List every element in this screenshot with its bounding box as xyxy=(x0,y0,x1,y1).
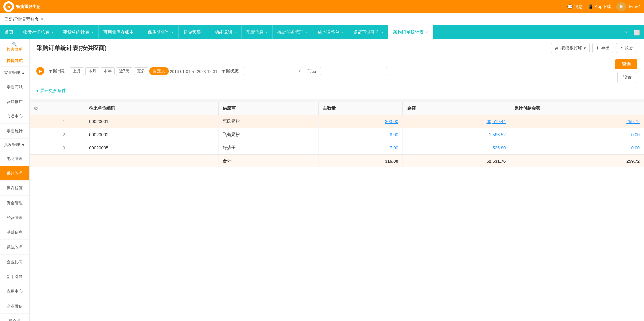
tab-close-icon[interactable]: × xyxy=(306,30,308,34)
print-icon: 🖨 xyxy=(555,46,559,51)
page-title: 采购订单统计表(按供应商) xyxy=(36,44,107,52)
table-body: 1 00020001 惠氏奶粉 303.00 60,519.44 259.72 … xyxy=(30,115,644,155)
tab-home[interactable]: 首页 xyxy=(0,25,18,39)
tab-overstock-alert[interactable]: 超储预警 × xyxy=(179,25,210,39)
sidebar-item-app-center[interactable]: 应用中心 xyxy=(0,284,29,299)
tab-close-icon[interactable]: × xyxy=(171,30,173,34)
cell-amount[interactable]: 525.80 xyxy=(402,141,510,155)
sidebar-item-purchase[interactable]: 采购管理 xyxy=(0,166,29,181)
goods-more-icon[interactable]: ··· xyxy=(391,68,395,74)
tab-close-icon[interactable]: × xyxy=(51,30,53,34)
sidebar-item-basic-info[interactable]: 基础信息 xyxy=(0,225,29,240)
goods-input[interactable] xyxy=(320,67,387,75)
export-button[interactable]: ⬇ 导出 xyxy=(592,43,613,53)
footer-paid-amount: 259.72 xyxy=(510,154,644,167)
sidebar-item-stock[interactable]: 库存核算 xyxy=(0,181,29,196)
nav-tabs: 首页 收发存汇总表 × 要货单统计表 × 可用量库存账本 × 保质期查询 × 超… xyxy=(0,25,644,39)
sidebar-item-enterprise-wechat[interactable]: 企业微信 xyxy=(0,299,29,314)
expand-icon: ▾ xyxy=(36,88,39,93)
table-row[interactable]: 3 00020005 好孩子 7.00 525.80 0.00 xyxy=(30,141,644,155)
search-icon: 🔍 xyxy=(12,42,17,47)
sidebar-item-member[interactable]: 会员中心 xyxy=(0,109,29,124)
tab-purchase-stats[interactable]: 采购订单统计表 × xyxy=(388,25,433,39)
footer-main-qty: 316.00 xyxy=(318,154,402,167)
svg-text:好: 好 xyxy=(7,5,11,9)
date-custom-btn[interactable]: 自定义 xyxy=(149,67,169,75)
date-last-month-btn[interactable]: 上月 xyxy=(70,67,84,75)
gear-icon: ⚙ xyxy=(34,106,38,111)
tab-close-icon[interactable]: × xyxy=(381,30,383,34)
table-row[interactable]: 1 00020001 惠氏奶粉 303.00 60,519.44 259.72 xyxy=(30,115,644,128)
message-icon: 💬 xyxy=(567,4,573,9)
tab-close-icon[interactable]: × xyxy=(136,30,138,34)
tab-func-desc[interactable]: 功能说明 × xyxy=(210,25,241,39)
cell-main-qty[interactable]: 7.00 xyxy=(318,141,402,155)
cell-paid-amount[interactable]: 0.00 xyxy=(510,128,644,141)
close-window-btn[interactable]: × xyxy=(624,28,629,37)
date-range-display: 2016-01-01 至 2023-12-31 xyxy=(170,69,217,75)
cell-amount[interactable]: 1,586.52 xyxy=(402,128,510,141)
tab-close-icon[interactable]: × xyxy=(203,30,205,34)
user-avatar[interactable]: E demo2 xyxy=(616,2,641,11)
cell-main-qty[interactable]: 303.00 xyxy=(318,115,402,128)
sidebar-item-retail-mall[interactable]: 零售商城 xyxy=(0,79,29,94)
sidebar-item-finance[interactable]: 资金管理 xyxy=(0,196,29,210)
tab-invite-downstream[interactable]: 邀请下游客户 × xyxy=(348,25,388,39)
cell-unit-code: 00020005 xyxy=(85,141,219,155)
chevron-right-icon: ▶ xyxy=(39,68,42,74)
tab-requisition[interactable]: 要货单统计表 × xyxy=(58,25,98,39)
app-download-btn[interactable]: 📱 App下载 xyxy=(588,4,611,10)
sidebar-item-marketing[interactable]: 营销推广 xyxy=(0,94,29,109)
date-7days-btn[interactable]: 近7天 xyxy=(116,67,132,75)
footer-label: 合计 xyxy=(218,154,318,167)
restore-window-btn[interactable]: ⬜ xyxy=(632,28,641,37)
tab-close-icon[interactable]: × xyxy=(234,30,236,34)
status-label: 单据状态 xyxy=(221,68,239,74)
tab-expiry-query[interactable]: 保质期查询 × xyxy=(143,25,178,39)
tab-receive-send[interactable]: 收发存汇总表 × xyxy=(18,25,58,39)
col-header-main-qty: 主数量 xyxy=(318,102,402,115)
sidebar-item-operations[interactable]: 经营管理 xyxy=(0,210,29,225)
tab-close-icon[interactable]: × xyxy=(266,30,268,34)
sidebar-item-retail[interactable]: 零售管理 ▲ xyxy=(0,67,29,79)
sidebar-quick-nav[interactable]: 快捷导航 xyxy=(0,55,29,67)
date-more-btn[interactable]: 更多 xyxy=(134,67,148,75)
tab-close-icon[interactable]: × xyxy=(341,30,343,34)
col-header-settings[interactable]: ⚙ xyxy=(30,102,43,115)
print-button[interactable]: 🖨 按模板打印 ▾ xyxy=(551,43,590,53)
cell-supplier: 惠氏奶粉 xyxy=(218,115,318,128)
sidebar-item-system[interactable]: 系统管理 xyxy=(0,240,29,255)
status-select-wrapper xyxy=(243,67,303,75)
page-header: 采购订单统计表(按供应商) 🖨 按模板打印 ▾ ⬇ 导出 ↻ 刷新 xyxy=(30,39,644,56)
expand-more-btn[interactable]: ▾ 展开更多条件 xyxy=(36,88,637,94)
settings-button[interactable]: 设置 xyxy=(617,72,637,83)
message-btn[interactable]: 💬 消息 xyxy=(567,4,583,10)
cell-paid-amount[interactable]: 0.00 xyxy=(510,141,644,155)
refresh-button[interactable]: ↻ 刷新 xyxy=(616,43,637,53)
tab-close-icon[interactable]: × xyxy=(91,30,93,34)
tab-close-icon[interactable]: × xyxy=(426,30,428,34)
table-row[interactable]: 2 00020002 飞鹤奶粉 6.00 1,586.52 0.00 xyxy=(30,128,644,141)
tab-available-stock[interactable]: 可用量库存账本 × xyxy=(99,25,143,39)
tab-cost-adjust[interactable]: 成本调整单 × xyxy=(313,25,348,39)
sidebar-item-retail-stats[interactable]: 零售统计 xyxy=(0,124,29,139)
cell-paid-amount[interactable]: 259.72 xyxy=(510,115,644,128)
sidebar-item-ecommerce[interactable]: 电商管理 xyxy=(0,151,29,166)
sidebar-item-enterprise-collab[interactable]: 企业协同 xyxy=(0,255,29,269)
sidebar-search[interactable]: 🔍 搜索菜单 xyxy=(0,39,29,55)
date-this-month-btn[interactable]: 本月 xyxy=(85,67,99,75)
status-select[interactable] xyxy=(243,67,303,75)
cell-main-qty[interactable]: 6.00 xyxy=(318,128,402,141)
sidebar-item-new-guide[interactable]: 新手引导 xyxy=(0,269,29,284)
sidebar-item-vip-member[interactable]: 畅会员 xyxy=(0,314,29,321)
workspace-selector[interactable]: 母婴行业演示账套 ▾ xyxy=(4,16,43,22)
filter-collapse-button[interactable]: ▶ xyxy=(36,67,44,75)
filter-row-1: ▶ 单据日期 上月 本月 本年 近7天 更多 自定义 2016-01-01 至 … xyxy=(36,59,637,83)
tab-pick-task[interactable]: 拣货任务管理 × xyxy=(273,25,313,39)
cell-amount[interactable]: 60,519.44 xyxy=(402,115,510,128)
query-button[interactable]: 查询 xyxy=(615,59,637,69)
date-this-year-btn[interactable]: 本年 xyxy=(101,67,115,75)
tab-config-info[interactable]: 配置信息 × xyxy=(241,25,273,39)
workspace-arrow-icon: ▾ xyxy=(41,17,43,22)
sidebar-item-wholesale[interactable]: 批发管理 ▼ xyxy=(0,139,29,151)
